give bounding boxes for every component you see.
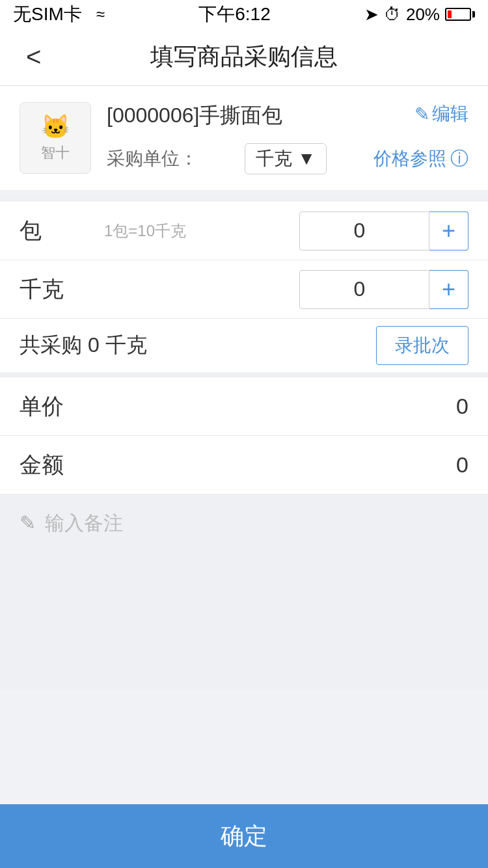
input-section: 包 1包=10千克 + 千克 + [0, 202, 488, 319]
product-card: 🐱 智十 [0000006]手撕面包 ✎ 编辑 采购单位： 千克 ▼ 价格参照 … [0, 86, 488, 195]
time-text: 下午6:12 [198, 2, 271, 27]
alarm-icon: ⏱ [384, 5, 401, 25]
status-right: ➤ ⏱ 20% [364, 5, 475, 25]
total-text-group: 共采购 0 千克 [20, 331, 147, 360]
purchase-unit-row: 采购单位： 千克 ▼ 价格参照 ⓘ [107, 143, 468, 174]
amount-row: 金额 0 [0, 436, 488, 495]
unit-value: 千克 [256, 146, 292, 171]
kg-plus-button[interactable]: + [429, 270, 468, 309]
remark-placeholder: 输入备注 [45, 510, 123, 537]
confirm-button-label: 确定 [221, 821, 267, 852]
status-bar: 无SIM卡 ≈ 下午6:12 ➤ ⏱ 20% [0, 0, 488, 29]
amount-value: 0 [456, 452, 468, 478]
kg-number-input[interactable] [299, 270, 429, 309]
price-ref-link[interactable]: 价格参照 ⓘ [373, 146, 468, 171]
unit-price-label: 单价 [20, 392, 64, 422]
pencil-icon: ✎ [20, 511, 36, 534]
bag-plus-button[interactable]: + [429, 211, 468, 251]
edit-link[interactable]: ✎ 编辑 [414, 102, 468, 126]
detail-section: 单价 0 金额 0 [0, 377, 488, 495]
product-image: 🐱 智十 [20, 102, 91, 174]
price-ref-label: 价格参照 [373, 146, 446, 171]
kg-label: 千克 [20, 275, 98, 305]
unit-selector[interactable]: 千克 ▼ [245, 143, 327, 174]
kg-input-control: + [299, 270, 468, 309]
total-row: 共采购 0 千克 录批次 [0, 319, 488, 377]
bag-label: 包 [20, 216, 98, 246]
nav-arrow-icon: ➤ [364, 5, 379, 25]
carrier-text: 无SIM卡 [13, 2, 82, 27]
remark-section[interactable]: ✎ 输入备注 [0, 495, 488, 690]
product-logo-text: 智十 [41, 143, 70, 163]
unit-price-row: 单价 0 [0, 377, 488, 436]
confirm-bar[interactable]: 确定 [0, 804, 488, 868]
bag-sub-label: 1包=10千克 [104, 221, 299, 241]
bag-input-control: + [299, 211, 468, 251]
bag-input-row: 包 1包=10千克 + [0, 202, 488, 260]
section-divider-1 [0, 195, 488, 202]
chevron-down-icon: ▼ [297, 148, 316, 169]
amount-label: 金额 [20, 450, 64, 480]
product-full-name: [0000006]手撕面包 [107, 102, 282, 130]
total-display: 共采购 0 千克 [20, 333, 147, 357]
wifi-icon: ≈ [88, 5, 105, 23]
product-info: [0000006]手撕面包 ✎ 编辑 采购单位： 千克 ▼ 价格参照 ⓘ [107, 102, 468, 174]
purchase-unit-label: 采购单位： [107, 146, 198, 171]
back-button[interactable]: < [13, 36, 54, 78]
battery-percent: 20% [406, 5, 440, 25]
product-name-row: [0000006]手撕面包 ✎ 编辑 [107, 102, 468, 130]
kg-input-row: 千克 + [0, 260, 488, 319]
batch-button[interactable]: 录批次 [376, 326, 468, 365]
kg-plus-icon: + [442, 276, 455, 303]
unit-price-value: 0 [456, 394, 468, 419]
edit-icon: ✎ [414, 103, 429, 125]
edit-label: 编辑 [432, 102, 468, 126]
info-icon: ⓘ [450, 146, 468, 171]
status-left: 无SIM卡 ≈ [13, 2, 105, 27]
battery-icon [445, 8, 475, 21]
page-title: 填写商品采购信息 [150, 41, 338, 73]
bag-plus-icon: + [442, 217, 455, 245]
nav-bar: < 填写商品采购信息 [0, 29, 488, 86]
bag-number-input[interactable] [299, 211, 429, 251]
product-logo-owl: 🐱 [41, 113, 70, 141]
